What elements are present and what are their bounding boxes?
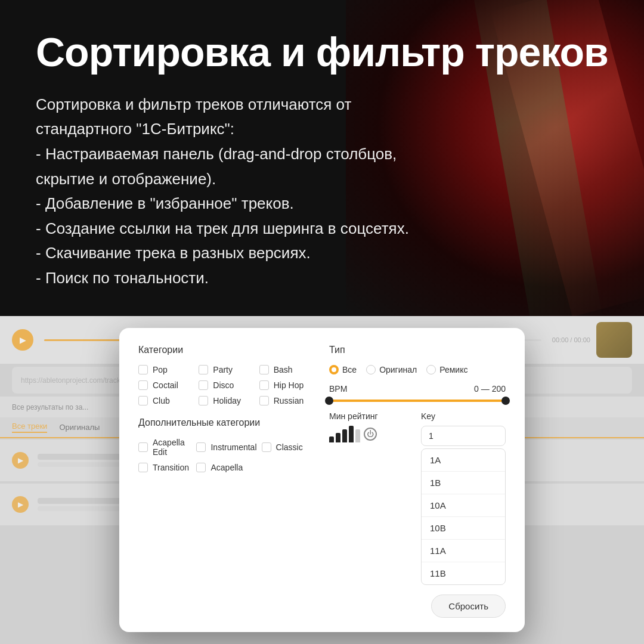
cat-coctail-label: Coctail: [153, 380, 178, 390]
add-transition-label: Transition: [153, 463, 189, 472]
cat-bash[interactable]: Bash: [259, 365, 315, 374]
hero-title: Сортировка и фильтр треков: [36, 30, 608, 75]
cat-russian[interactable]: Russian: [259, 396, 315, 405]
bar-5: [355, 429, 360, 442]
add-transition[interactable]: Transition: [138, 463, 191, 472]
cat-disco[interactable]: Disco: [199, 380, 254, 390]
key-option-11b[interactable]: 11B: [422, 562, 505, 584]
cat-russian-label: Russian: [274, 396, 304, 405]
key-option-11a[interactable]: 11A: [422, 540, 505, 562]
cat-bash-label: Bash: [274, 365, 293, 374]
slider-thumb-right[interactable]: [501, 397, 510, 405]
reset-button[interactable]: Сбросить: [431, 595, 506, 618]
hero-content: Сортировка и фильтр треков Сортировка и …: [0, 0, 644, 316]
cat-hiphop[interactable]: Hip Hop: [259, 380, 315, 390]
radio-remix[interactable]: Ремикс: [426, 365, 467, 374]
right-panel: Тип Все Оригинал: [329, 345, 506, 618]
add-instrumental-label: Instrumental: [210, 442, 256, 452]
type-section: Тип Все Оригинал: [329, 345, 506, 374]
checkbox-holiday[interactable]: [199, 396, 208, 405]
checkbox-acapella[interactable]: [196, 463, 206, 472]
key-option-10a[interactable]: 10A: [422, 494, 505, 517]
type-title: Тип: [329, 345, 506, 355]
key-option-1a[interactable]: 1A: [422, 449, 505, 472]
key-dropdown: 1A 1B 10A 10B 11A 11B: [421, 448, 506, 585]
slider-thumb-left[interactable]: [325, 397, 333, 405]
rating-section: Мин рейтинг ⏻: [329, 411, 414, 585]
checkbox-hiphop[interactable]: [259, 380, 269, 390]
checkbox-pop[interactable]: [138, 365, 148, 374]
radio-original[interactable]: Оригинал: [366, 365, 417, 374]
bpm-header: BPM 0 — 200: [329, 384, 506, 394]
cat-hiphop-label: Hip Hop: [274, 380, 304, 390]
radio-original-dot[interactable]: [366, 365, 376, 374]
radio-all[interactable]: Все: [329, 365, 357, 374]
rating-control: ⏻: [329, 426, 414, 442]
cat-party-label: Party: [213, 365, 233, 374]
key-option-1b[interactable]: 1B: [422, 472, 505, 494]
checkbox-russian[interactable]: [259, 396, 269, 405]
add-acapella-label: Acapella: [210, 463, 243, 472]
categories-panel: Категории Pop Party Bash: [138, 345, 315, 618]
add-instrumental[interactable]: Instrumental: [196, 438, 256, 457]
key-option-10b[interactable]: 10B: [422, 517, 505, 540]
radio-all-label: Все: [342, 365, 357, 374]
categories-grid: Pop Party Bash Coctail: [138, 365, 315, 405]
cat-club[interactable]: Club: [138, 396, 194, 405]
add-acapella-edit-label: Acapella Edit: [153, 438, 191, 457]
hero-description: Сортировка и фильтр треков отличаются от…: [36, 92, 441, 291]
cat-pop[interactable]: Pop: [138, 365, 194, 374]
checkbox-instrumental[interactable]: [196, 442, 206, 452]
cat-holiday[interactable]: Holiday: [199, 396, 254, 405]
bar-3: [342, 429, 347, 442]
key-section: Key 1A 1B 10A 10B 11A 11B: [421, 411, 506, 585]
filter-modal: Категории Pop Party Bash: [119, 328, 525, 632]
app-section: ▶ 00:00 / 00:00 https://abletonproject.c…: [0, 316, 644, 644]
bpm-section: BPM 0 — 200: [329, 384, 506, 402]
radio-remix-label: Ремикс: [439, 365, 467, 374]
slider-fill: [329, 400, 506, 402]
cat-pop-label: Pop: [153, 365, 168, 374]
additional-grid: Acapella Edit Instrumental Classic: [138, 438, 315, 472]
cat-party[interactable]: Party: [199, 365, 254, 374]
bpm-max: 200: [492, 384, 506, 394]
categories-title: Категории: [138, 345, 315, 355]
add-acapella-edit[interactable]: Acapella Edit: [138, 438, 191, 457]
checkbox-bash[interactable]: [259, 365, 269, 374]
checkbox-coctail[interactable]: [138, 380, 148, 390]
power-icon[interactable]: ⏻: [364, 428, 377, 441]
key-input[interactable]: [421, 426, 506, 446]
cat-coctail[interactable]: Coctail: [138, 380, 194, 390]
radio-group: Все Оригинал Ремикс: [329, 365, 506, 374]
radio-original-label: Оригинал: [379, 365, 417, 374]
bpm-label: BPM: [329, 384, 347, 394]
bpm-values: 0 — 200: [474, 384, 506, 394]
checkbox-party[interactable]: [199, 365, 208, 374]
bpm-min: 0: [474, 384, 479, 394]
radio-all-dot[interactable]: [329, 365, 339, 374]
radio-remix-dot[interactable]: [426, 365, 436, 374]
cat-club-label: Club: [153, 396, 170, 405]
rating-bars[interactable]: [329, 426, 360, 442]
additional-title: Дополнительные категории: [138, 417, 315, 428]
bpm-slider[interactable]: [329, 400, 506, 402]
checkbox-club[interactable]: [138, 396, 148, 405]
checkbox-disco[interactable]: [199, 380, 208, 390]
checkbox-transition[interactable]: [138, 463, 148, 472]
bar-4: [349, 426, 354, 442]
add-classic[interactable]: Classic: [262, 438, 315, 457]
cat-holiday-label: Holiday: [213, 396, 241, 405]
modal-grid: Категории Pop Party Bash: [138, 345, 506, 618]
rating-label: Мин рейтинг: [329, 411, 414, 421]
checkbox-acapella-edit[interactable]: [138, 442, 148, 452]
additional-section: Дополнительные категории Acapella Edit I…: [138, 417, 315, 472]
hero-section: Сортировка и фильтр треков Сортировка и …: [0, 0, 644, 316]
rating-key-row: Мин рейтинг ⏻: [329, 411, 506, 585]
key-label: Key: [421, 411, 506, 421]
checkbox-classic[interactable]: [262, 442, 271, 452]
bar-1: [329, 436, 334, 442]
add-classic-label: Classic: [276, 442, 303, 452]
bpm-dash: —: [481, 384, 492, 394]
add-acapella[interactable]: Acapella: [196, 463, 256, 472]
modal-overlay: Категории Pop Party Bash: [0, 316, 644, 644]
